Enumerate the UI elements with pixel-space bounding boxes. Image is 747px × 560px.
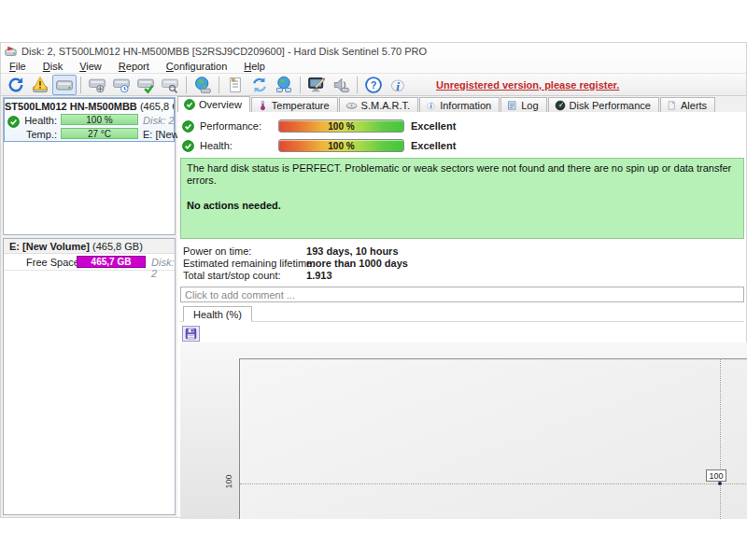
tab-smart[interactable]: S.M.A.R.T.	[339, 97, 419, 112]
chart-gridline-current	[720, 358, 721, 519]
health-bar: 100 %	[278, 139, 404, 152]
volume-capacity: (465,8 GB)	[92, 241, 143, 252]
volume-header: E: [New Volume] (465,8 GB)	[4, 239, 175, 254]
disk-volume-ref: E: [New Volume]	[143, 129, 178, 140]
save-chart-button[interactable]	[182, 326, 200, 342]
disk-wheel-icon[interactable]	[85, 75, 109, 95]
menu-configuration[interactable]: Configuration	[158, 60, 235, 73]
health-row: Health: 100 % Excellent	[182, 138, 456, 153]
disk-list-panel: ST500LM012 HN-M500MBB (465,8 GB) Health:…	[3, 97, 176, 235]
disk-temp-label: Temp.:	[5, 129, 57, 140]
health-rating: Excellent	[411, 140, 456, 151]
menu-disk[interactable]: Disk	[35, 60, 71, 73]
tab-log[interactable]: Log	[500, 97, 546, 112]
volume-entry[interactable]: E: [New Volume] (465,8 GB) Free Space 46…	[4, 239, 175, 271]
toolbar-separator	[186, 77, 187, 93]
tab-alerts[interactable]: Alerts	[660, 97, 715, 112]
information-icon: i	[426, 100, 436, 111]
tab-information[interactable]: i Information	[419, 97, 500, 112]
health-check-icon	[182, 140, 194, 152]
menubar: File Disk View Report Configuration Help	[1, 59, 746, 74]
health-history-chart: 100 100	[180, 343, 747, 519]
disk-health-row: Health: 100 % Disk: 2	[5, 113, 174, 127]
disk-check-icon[interactable]	[134, 75, 158, 95]
detail-remaining-lifetime: Estimated remaining lifetime: more than …	[183, 258, 408, 269]
warning-disk-icon[interactable]	[28, 75, 52, 95]
chart-gridline-100	[240, 483, 747, 484]
window-title: Disk: 2, ST500LM012 HN-M500MBB [S2RSJ9CD…	[21, 46, 427, 57]
volume-disk-number: Disk: 2	[151, 257, 175, 279]
chart-data-point	[718, 482, 722, 485]
toolbar-separator	[357, 77, 358, 93]
health-label: Health:	[200, 140, 278, 151]
register-link[interactable]: Unregistered version, please register.	[436, 79, 619, 91]
detail-start-stop-count: Total start/stop count: 1.913	[183, 270, 332, 281]
toolbar-separator	[218, 77, 219, 93]
tab-overview[interactable]: Overview	[177, 96, 250, 112]
globe-disk-icon[interactable]	[190, 75, 215, 95]
thermometer-icon	[258, 100, 268, 111]
alerts-page-icon	[667, 100, 677, 111]
app-window: Disk: 2, ST500LM012 HN-M500MBB [S2RSJ9CD…	[0, 42, 747, 518]
tab-health-chart[interactable]: Health (%)	[183, 306, 252, 322]
chart-tab-divider	[180, 321, 744, 322]
tab-disk-performance[interactable]: Disk Performance	[548, 97, 659, 112]
toolbar: ? i Unregistered version, please registe…	[1, 74, 746, 96]
sync-icon[interactable]	[247, 75, 272, 95]
volume-freespace-row: Free Space 465,7 GB Disk: 2	[4, 254, 175, 271]
performance-check-icon	[182, 120, 194, 133]
disk-status-box: The hard disk status is PERFECT. Problem…	[180, 158, 744, 239]
comment-input[interactable]	[180, 287, 744, 302]
disk-icon[interactable]	[52, 75, 77, 95]
disk-temp-row: Temp.: 27 °C E: [New Volume]	[5, 127, 174, 141]
main-tabbar: Overview Temperature S.M.A.R.T. i Inform…	[177, 97, 746, 113]
svg-text:?: ?	[371, 79, 377, 91]
disk-capacity: (465,8 GB)	[140, 101, 174, 112]
smart-disk-icon	[345, 100, 358, 111]
menu-help[interactable]: Help	[235, 60, 274, 73]
help-icon[interactable]: ?	[361, 75, 386, 95]
refresh-icon[interactable]	[4, 75, 28, 95]
floppy-save-icon	[185, 328, 197, 340]
info-icon[interactable]: i	[386, 75, 410, 95]
svg-text:i: i	[396, 78, 400, 92]
tab-temperature[interactable]: Temperature	[251, 97, 338, 112]
overview-check-icon	[184, 99, 195, 110]
detail-power-on-time: Power on time: 193 days, 10 hours	[183, 245, 399, 257]
speaker-disk-icon[interactable]	[329, 75, 353, 95]
disk-model: ST500LM012 HN-M500MBB	[5, 101, 137, 112]
disk-status-text: The hard disk status is PERFECT. Problem…	[187, 162, 738, 187]
app-icon	[5, 45, 17, 57]
disk-clock-icon[interactable]	[109, 75, 134, 95]
disk-health-bar: 100 %	[61, 114, 138, 125]
performance-bar: 100 %	[278, 119, 404, 133]
screenshot-canvas: Disk: 2, ST500LM012 HN-M500MBB [S2RSJ9CD…	[0, 0, 747, 560]
monitor-pen-icon[interactable]	[304, 75, 329, 95]
free-space-bar: 465,7 GB	[77, 256, 146, 268]
report-icon[interactable]	[223, 75, 247, 95]
menu-file[interactable]: File	[1, 60, 35, 73]
chart-point-label: 100	[706, 469, 726, 482]
disk-health-label: Health:	[5, 115, 57, 126]
disk-entry-header: ST500LM012 HN-M500MBB (465,8 GB)	[5, 99, 174, 113]
volume-name: E: [New Volume]	[9, 241, 90, 252]
chart-ytick-100: 100	[224, 472, 233, 491]
main-area: Overview Temperature S.M.A.R.T. i Inform…	[177, 97, 746, 517]
log-document-icon	[507, 100, 517, 111]
disk-status-action: No actions needed.	[187, 200, 738, 212]
chart-plot-area	[239, 358, 747, 519]
menu-view[interactable]: View	[71, 60, 110, 73]
disk-number: Disk: 2	[143, 115, 178, 126]
titlebar: Disk: 2, ST500LM012 HN-M500MBB [S2RSJ9CD…	[1, 43, 746, 59]
disk-temp-bar: 27 °C	[61, 128, 138, 139]
menu-report[interactable]: Report	[110, 60, 158, 73]
disk-search-icon[interactable]	[158, 75, 182, 95]
disk-entry-selected[interactable]: ST500LM012 HN-M500MBB (465,8 GB) Health:…	[4, 98, 175, 142]
network-icon[interactable]	[272, 75, 296, 95]
toolbar-separator	[300, 77, 301, 93]
performance-row: Performance: 100 % Excellent	[182, 119, 456, 133]
toolbar-separator	[80, 77, 81, 93]
gauge-icon	[555, 100, 566, 111]
performance-rating: Excellent	[411, 120, 456, 132]
volume-list-panel: E: [New Volume] (465,8 GB) Free Space 46…	[3, 238, 176, 515]
